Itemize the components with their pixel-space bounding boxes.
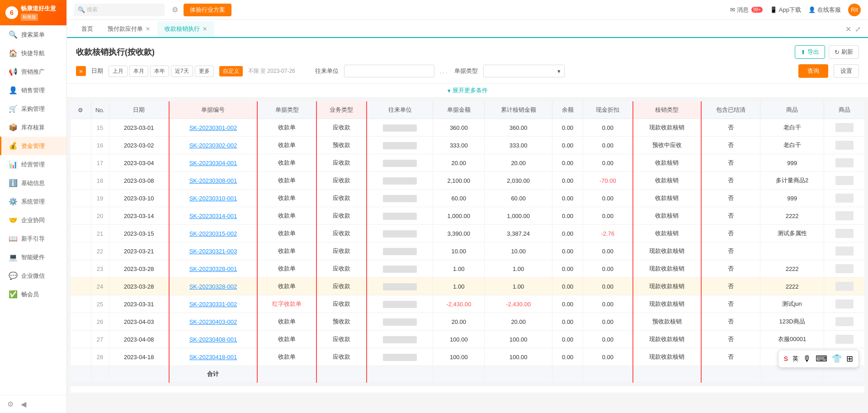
cell-no: 17 — [91, 154, 109, 172]
collapse-icon[interactable]: ◀ — [21, 400, 26, 408]
sidebar-item-search[interactable]: 🔍 搜索菜单 — [0, 25, 66, 44]
cell-cash-discount: -70.00 — [583, 172, 633, 190]
bill-type-select[interactable]: ▾ — [483, 65, 565, 77]
cell-date: 2023-03-15 — [109, 225, 169, 242]
cell-billno: SK-20230328-002 — [169, 278, 257, 295]
date-custom-button[interactable]: 自定义 — [219, 66, 243, 76]
tab-collection-close[interactable]: ✕ — [203, 26, 207, 32]
cell-billtype: 收款单 — [257, 172, 316, 190]
table-settings-gear[interactable]: ⚙ — [78, 107, 83, 114]
header-gear-icon[interactable]: ⚙ — [172, 5, 178, 14]
cell-include-settled: 否 — [701, 207, 760, 225]
purchase-icon: 🛒 — [9, 104, 18, 113]
billno-link[interactable]: SK-20230314-001 — [189, 213, 237, 219]
filter-settings-button[interactable]: 设置 — [834, 64, 859, 78]
sidebar-item-sales[interactable]: 👤 销售管理 — [0, 81, 66, 100]
date-btn-more[interactable]: 更多 — [195, 66, 214, 77]
sidebar-item-inventory[interactable]: 📦 库存核算 — [0, 118, 66, 137]
date-btn-7days[interactable]: 近7天 — [171, 66, 193, 77]
billno-link[interactable]: SK-20230328-001 — [189, 266, 237, 272]
billno-link[interactable]: SK-20230310-001 — [189, 195, 237, 202]
date-btn-this-year[interactable]: 本年 — [150, 66, 169, 77]
app-download-item[interactable]: 📱 App下载 — [770, 6, 801, 14]
tab-close-all-icon[interactable]: ✕ — [845, 25, 851, 33]
settings-bottom-icon[interactable]: ⚙ — [7, 400, 14, 408]
tab-prepay[interactable]: 预付款应付单 ✕ — [100, 21, 157, 38]
filter-toggle-button[interactable]: » — [76, 66, 86, 76]
date-btn-last-month[interactable]: 上月 — [108, 66, 127, 77]
sidebar-item-nav[interactable]: 🏠 快捷导航 — [0, 44, 66, 62]
trial-button[interactable]: 体验行业方案 — [184, 4, 231, 16]
cell-no: 23 — [91, 260, 109, 278]
ime-shirt-icon[interactable]: 👕 — [832, 354, 842, 364]
cell-canceltype: 现款收款核销 — [633, 119, 702, 137]
sidebar-label-sales: 销售管理 — [21, 86, 45, 95]
billno-link[interactable]: SK-20230403-002 — [189, 318, 237, 325]
sidebar-label-member: 畅会员 — [21, 290, 39, 299]
col-settings[interactable]: ⚙ — [71, 101, 91, 119]
tab-prepay-close[interactable]: ✕ — [146, 26, 150, 32]
billno-link[interactable]: SK-20230321-003 — [189, 248, 237, 255]
cell-goods: 衣服00001 — [760, 331, 824, 348]
ime-mic-icon[interactable]: 🎙 — [803, 354, 811, 364]
billno-link[interactable]: SK-20230304-001 — [189, 160, 237, 166]
footer-partner — [367, 366, 433, 383]
query-button[interactable]: 查询 — [798, 64, 828, 78]
cell-amount: 360.00 — [433, 119, 485, 137]
user-avatar[interactable]: Rit — [848, 4, 861, 16]
sidebar-label-purchase: 采购管理 — [21, 105, 45, 113]
table-row: 17 2023-03-04 SK-20230304-001 收款单 应收款 ██… — [71, 154, 864, 172]
cell-cash-discount: 0.00 — [583, 313, 633, 331]
billno-link[interactable]: SK-20230315-002 — [189, 230, 237, 237]
billno-link[interactable]: SK-20230331-002 — [189, 301, 237, 308]
billno-link[interactable]: SK-20230328-002 — [189, 283, 237, 290]
tab-collection[interactable]: 收款核销执行 ✕ — [157, 21, 214, 38]
partner-input[interactable] — [344, 65, 434, 77]
sidebar-item-basic[interactable]: ℹ️ 基础信息 — [0, 174, 66, 192]
page-actions: ⬆ 导出 ↻ 刷新 — [795, 45, 859, 59]
cell-canceltype: 收款核销 — [633, 154, 702, 172]
cell-billno: SK-20230321-003 — [169, 242, 257, 260]
billno-link[interactable]: SK-20230302-002 — [189, 142, 237, 149]
messages-item[interactable]: ✉ 消息 99+ — [730, 6, 763, 14]
sidebar-item-wechat[interactable]: 💬 企业微信 — [0, 266, 66, 285]
date-btn-this-month[interactable]: 本月 — [129, 66, 148, 77]
cell-no: 16 — [91, 137, 109, 154]
billno-link[interactable]: SK-20230301-002 — [189, 124, 237, 131]
search-icon: 🔍 — [9, 30, 18, 39]
cell-no: 25 — [91, 295, 109, 313]
sidebar-item-member[interactable]: ✅ 畅会员 — [0, 285, 66, 304]
sidebar-item-enterprise[interactable]: 🤝 企业协同 — [0, 211, 66, 229]
cell-partner: ██ — [367, 190, 433, 207]
cell-include-settled: 否 — [701, 242, 760, 260]
sidebar-item-operations[interactable]: 📊 经营管理 — [0, 155, 66, 174]
cell-canceltype: 收款核销 — [633, 190, 702, 207]
refresh-button[interactable]: ↻ 刷新 — [829, 45, 859, 59]
billno-link[interactable]: SK-20230408-001 — [189, 336, 237, 343]
cell-billno: SK-20230314-001 — [169, 207, 257, 225]
sidebar-item-system[interactable]: ⚙️ 系统管理 — [0, 192, 66, 211]
tab-expand-icon[interactable]: ⤢ — [855, 25, 861, 33]
online-service-label: 在线客服 — [817, 6, 841, 14]
billno-link[interactable]: SK-20230418-001 — [189, 354, 237, 361]
sidebar-item-guide[interactable]: 📖 新手引导 — [0, 229, 66, 248]
online-service-item[interactable]: 👤 在线客服 — [808, 6, 841, 14]
billno-link[interactable]: SK-20230308-001 — [189, 177, 237, 184]
sidebar-item-marketing[interactable]: 📢 营销推广 — [0, 62, 66, 81]
ime-keyboard-icon[interactable]: ⌨ — [816, 354, 827, 364]
cell-balance: 0.00 — [552, 260, 583, 278]
tab-home[interactable]: 首页 — [74, 21, 100, 38]
sidebar-nav: 🔍 搜索菜单 🏠 快捷导航 📢 营销推广 👤 销售管理 🛒 采购管理 📦 库存核… — [0, 25, 66, 395]
export-button[interactable]: ⬆ 导出 — [795, 45, 825, 59]
expand-more-button[interactable]: ▾ 展开更多条件 — [448, 86, 488, 95]
ime-grid-icon[interactable]: ⊞ — [846, 354, 853, 364]
sidebar-item-hardware[interactable]: 💻 智能硬件 — [0, 248, 66, 266]
bill-type-arrow: ▾ — [557, 68, 561, 75]
ime-brand-label: 英 — [793, 355, 798, 363]
sidebar-item-purchase[interactable]: 🛒 采购管理 — [0, 100, 66, 118]
cell-cancel-amount: 100.00 — [485, 348, 552, 366]
sidebar-item-finance[interactable]: 💰 资金管理 — [0, 137, 66, 155]
footer-biztype — [316, 366, 367, 383]
scrollbar-area[interactable] — [71, 386, 864, 393]
header-search-bar[interactable]: 🔍 搜索 — [74, 4, 165, 16]
